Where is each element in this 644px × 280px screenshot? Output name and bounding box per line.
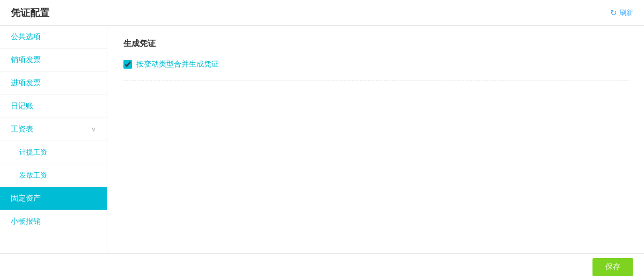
sidebar-item-public[interactable]: 公共选项	[0, 26, 107, 49]
refresh-label: 刷新	[619, 8, 633, 18]
sidebar-item-sales-invoice[interactable]: 销项发票	[0, 49, 107, 72]
page-header: 凭证配置 刷新	[0, 0, 644, 26]
page-footer: 保存	[0, 253, 644, 280]
sidebar-item-label: 发放工资	[19, 171, 47, 180]
chevron-down-icon: ∨	[91, 126, 96, 133]
sidebar-item-journal[interactable]: 日记账	[0, 95, 107, 118]
page-title: 凭证配置	[11, 6, 49, 19]
sidebar-item-fixed-assets[interactable]: 固定资产	[0, 187, 107, 210]
sidebar-item-label: 进项发票	[11, 78, 41, 88]
sidebar-item-payroll[interactable]: 工资表∨	[0, 118, 107, 141]
content-area: 生成凭证 按变动类型合并生成凭证	[107, 26, 644, 253]
save-button[interactable]: 保存	[592, 258, 633, 276]
refresh-button[interactable]: 刷新	[610, 8, 633, 18]
section-divider	[123, 80, 628, 80]
sidebar-item-purchase-invoice[interactable]: 进项发票	[0, 72, 107, 95]
sidebar: 公共选项销项发票进项发票日记账工资表∨计提工资发放工资固定资产小畅报销	[0, 26, 107, 253]
sidebar-item-label: 固定资产	[11, 194, 41, 203]
sidebar-item-label: 销项发票	[11, 55, 41, 65]
main-content: 公共选项销项发票进项发票日记账工资表∨计提工资发放工资固定资产小畅报销 生成凭证…	[0, 26, 644, 253]
sidebar-item-label: 小畅报销	[11, 217, 41, 226]
sidebar-item-payroll-accrual[interactable]: 计提工资	[0, 141, 107, 164]
merge-voucher-label[interactable]: 按变动类型合并生成凭证	[136, 60, 219, 69]
sidebar-item-label: 工资表	[11, 124, 33, 134]
sidebar-item-expense[interactable]: 小畅报销	[0, 210, 107, 233]
sidebar-item-label: 日记账	[11, 101, 33, 111]
merge-voucher-row: 按变动类型合并生成凭证	[123, 60, 628, 69]
section-title: 生成凭证	[123, 39, 628, 49]
sidebar-item-label: 计提工资	[19, 148, 47, 157]
refresh-icon	[610, 8, 617, 18]
sidebar-item-payroll-disbursement[interactable]: 发放工资	[0, 164, 107, 187]
sidebar-item-label: 公共选项	[11, 32, 41, 42]
merge-voucher-checkbox[interactable]	[123, 60, 132, 69]
